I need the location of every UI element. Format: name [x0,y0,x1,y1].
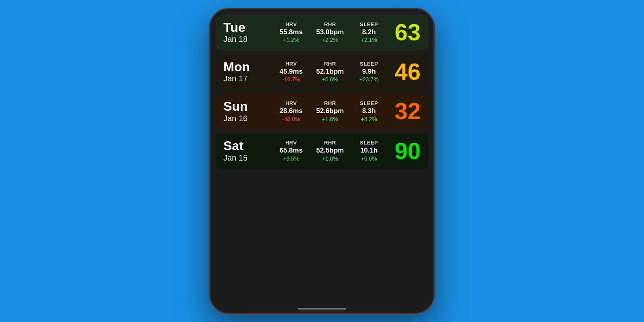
hrv-label-sat: HRV [285,140,297,146]
hrv-change-sun: -48.0% [282,116,300,122]
sleep-change-sun: +4.2% [361,116,377,122]
hrv-value-sun: 28.6ms [279,107,303,115]
sleep-label-tue: SLEEP [360,21,378,27]
hrv-value-tue: 55.8ms [279,28,303,36]
sleep-label-mon: SLEEP [360,61,378,67]
sleep-value-sun: 8.3h [362,107,376,115]
rhr-change-sun: +1.6% [322,116,338,122]
sleep-col-mon: SLEEP 9.9h +23.7% [351,61,387,83]
date-section-sun: Sun Jan 16 [223,99,272,123]
rhr-label-tue: RHR [324,21,336,27]
sleep-label-sun: SLEEP [360,100,378,106]
rhr-value-tue: 53.0bpm [316,28,344,36]
hrv-value-mon: 45.9ms [279,68,303,76]
metrics-sat: HRV 65.8ms +9.5% RHR 52.5bpm +1.0% SLEEP… [272,140,388,161]
date-section-sat: Sat Jan 15 [223,139,272,162]
phone-btn-left [209,74,210,88]
hrv-label-sun: HRV [285,100,297,106]
date-sun: Jan 16 [223,114,272,123]
metrics-sun: HRV 28.6ms -48.0% RHR 52.6bpm +1.6% SLEE… [272,100,388,122]
sleep-col-sat: SLEEP 10.1h +6.6% [351,140,387,161]
score-sun: 32 [394,99,421,123]
sleep-value-sat: 10.1h [360,147,378,155]
day-card-mon[interactable]: Mon Jan 17 HRV 45.9ms -16.7% RHR 52.1bpm… [215,54,429,90]
hrv-col-sun: HRV 28.6ms -48.0% [273,100,309,122]
rhr-value-mon: 52.1bpm [316,68,344,76]
phone-btn-right [434,102,435,138]
day-card-sat[interactable]: Sat Jan 15 HRV 65.8ms +9.5% RHR 52.5bpm … [215,133,429,169]
hrv-value-sat: 65.8ms [279,147,303,155]
date-section-mon: Mon Jan 17 [223,60,272,83]
score-tue: 63 [394,21,421,44]
phone-screen: Tue Jan 18 HRV 55.8ms +1.2% RHR 53.0bpm … [211,9,433,313]
rhr-change-mon: +0.6% [322,76,338,83]
date-mon: Jan 17 [223,74,272,83]
rhr-label-sun: RHR [324,100,336,106]
day-card-sun[interactable]: Sun Jan 16 HRV 28.6ms -48.0% RHR 52.6bpm… [215,93,429,129]
hrv-change-mon: -16.7% [282,76,300,83]
score-sat: 90 [394,139,421,163]
date-sat: Jan 15 [223,153,272,163]
day-name-tue: Tue [223,21,272,35]
rhr-change-tue: +2.2% [322,37,338,43]
sleep-label-sat: SLEEP [360,140,378,146]
hrv-label-mon: HRV [285,61,297,67]
sleep-change-sat: +6.6% [361,155,377,162]
rhr-value-sun: 52.6bpm [316,107,344,115]
sleep-change-mon: +23.7% [359,76,379,83]
phone-wrapper: Tue Jan 18 HRV 55.8ms +1.2% RHR 53.0bpm … [209,8,435,314]
sleep-col-tue: SLEEP 8.2h +2.1% [351,21,387,43]
rhr-col-sun: RHR 52.6bpm +1.6% [312,100,348,122]
day-name-sun: Sun [223,99,272,114]
hrv-col-sat: HRV 65.8ms +9.5% [273,140,309,161]
sleep-value-mon: 9.9h [362,68,376,76]
hrv-change-tue: +1.2% [283,37,299,43]
day-name-sat: Sat [223,139,272,153]
metrics-mon: HRV 45.9ms -16.7% RHR 52.1bpm +0.6% SLEE… [272,61,388,83]
rhr-col-mon: RHR 52.1bpm +0.6% [312,61,348,83]
rhr-value-sat: 52.5bpm [316,147,344,155]
hrv-col-tue: HRV 55.8ms +1.2% [273,21,309,43]
phone-btn-left3 [209,126,210,152]
score-section-sun: 32 [388,99,421,123]
rhr-label-mon: RHR [324,61,336,67]
sleep-change-tue: +2.1% [361,37,377,43]
day-card-tue[interactable]: Tue Jan 18 HRV 55.8ms +1.2% RHR 53.0bpm … [215,14,429,50]
date-tue: Jan 18 [223,35,272,44]
score-section-tue: 63 [388,21,421,44]
score-section-sat: 90 [388,139,421,163]
phone-btn-left2 [209,94,210,120]
hrv-change-sat: +9.5% [283,155,299,162]
sleep-value-tue: 8.2h [362,28,376,36]
rhr-col-tue: RHR 53.0bpm +2.2% [312,21,348,43]
day-name-mon: Mon [223,60,272,74]
hrv-col-mon: HRV 45.9ms -16.7% [273,61,309,83]
hrv-label-tue: HRV [285,21,297,27]
rhr-label-sat: RHR [324,140,336,146]
metrics-tue: HRV 55.8ms +1.2% RHR 53.0bpm +2.2% SLEEP… [272,21,388,43]
sleep-col-sun: SLEEP 8.3h +4.2% [351,100,387,122]
score-section-mon: 46 [388,60,421,83]
rhr-col-sat: RHR 52.5bpm +1.0% [312,140,348,161]
home-indicator [298,308,346,310]
score-mon: 46 [394,60,421,83]
date-section-tue: Tue Jan 18 [223,21,272,44]
rhr-change-sat: +1.0% [322,155,338,162]
